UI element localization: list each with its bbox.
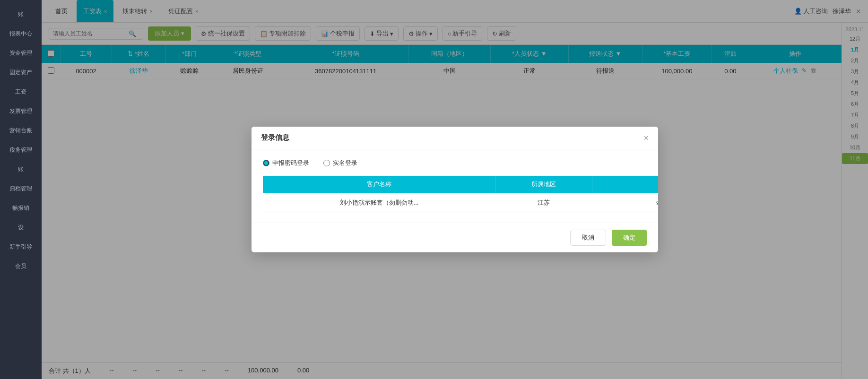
sidebar-item-tax[interactable]: 税务管理	[0, 140, 42, 160]
dialog-col-region: 所属地区	[495, 176, 592, 193]
radio-realname-login[interactable]: 实名登录	[323, 159, 357, 167]
main-area: 首页 工资表 × 期末结转 × 凭证配置 × 👤 人工咨询 徐泽华 × 🔍	[42, 0, 868, 379]
dialog-row-tax-id: 91320811MA7NGR2...	[592, 193, 658, 213]
dialog-body: 申报密码登录 实名登录 客户名称 所属地区 税号 个税密码	[252, 149, 658, 223]
dialog-footer: 取消 确定	[252, 223, 658, 252]
sidebar-item-salary[interactable]: 工资	[0, 82, 42, 102]
sidebar-item-账[interactable]: 账	[0, 5, 42, 24]
dialog-row-name: 刘小艳演示账套（勿删勿动...	[263, 193, 495, 213]
radio-realname-input[interactable]	[323, 160, 330, 166]
dialog-title: 登录信息	[261, 133, 289, 142]
sidebar: 账 报表中心 资金管理 固定资产 工资 发票管理 营销台账 税务管理 账 归档管…	[0, 0, 42, 379]
sidebar-item-funds[interactable]: 资金管理	[0, 43, 42, 63]
dialog-col-tax-id: 税号	[592, 176, 658, 193]
dialog-overlay: 登录信息 × 申报密码登录 实名登录	[42, 0, 868, 379]
dialog-close-btn[interactable]: ×	[643, 134, 649, 142]
dialog-col-name: 客户名称	[263, 176, 495, 193]
sidebar-item-invoice[interactable]: 发票管理	[0, 102, 42, 121]
cancel-button[interactable]: 取消	[570, 230, 606, 246]
dialog-table-row: 刘小艳演示账套（勿删勿动... 江苏 91320811MA7NGR2... 请输…	[263, 193, 658, 213]
sidebar-item-expense[interactable]: 畅报销	[0, 198, 42, 218]
radio-password-login[interactable]: 申报密码登录	[263, 159, 309, 167]
sidebar-item-ledger[interactable]: 账	[0, 160, 42, 179]
radio-realname-label: 实名登录	[333, 159, 357, 167]
radio-password-label: 申报密码登录	[272, 159, 309, 167]
sidebar-item-archive[interactable]: 归档管理	[0, 179, 42, 198]
radio-password-input[interactable]	[263, 160, 269, 166]
dialog-header: 登录信息 ×	[252, 127, 658, 149]
sidebar-item-guide[interactable]: 新手引导	[0, 237, 42, 257]
confirm-button[interactable]: 确定	[612, 230, 647, 246]
sidebar-item-member[interactable]: 会员	[0, 257, 42, 276]
login-dialog: 登录信息 × 申报密码登录 实名登录	[252, 127, 658, 252]
sidebar-item-reports[interactable]: 报表中心	[0, 24, 42, 43]
sidebar-item-settings[interactable]: 设	[0, 218, 42, 237]
dialog-table: 客户名称 所属地区 税号 个税密码 刘小艳演示账套（勿删勿动... 江苏 913…	[263, 176, 658, 213]
sidebar-item-assets[interactable]: 固定资产	[0, 63, 42, 82]
dialog-row-region: 江苏	[495, 193, 592, 213]
sidebar-item-sales[interactable]: 营销台账	[0, 121, 42, 140]
login-type-radio-group: 申报密码登录 实名登录	[263, 159, 647, 167]
